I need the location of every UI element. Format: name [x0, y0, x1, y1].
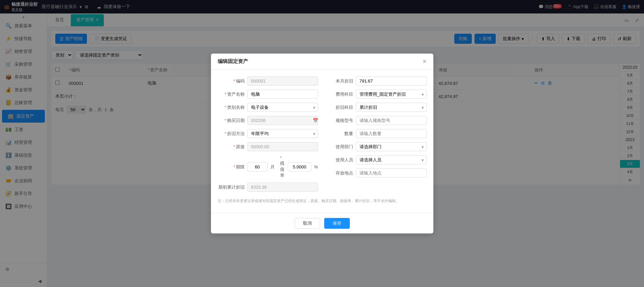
modal-title: 编辑固定资产	[218, 58, 248, 65]
initial-dep-input[interactable]	[247, 183, 318, 192]
location-input[interactable]	[356, 168, 427, 178]
form-row-original-value: *原值	[218, 142, 318, 151]
category-select-wrap: 电子设备	[247, 103, 318, 112]
form-row-purchase-date: *购买日期 📅	[218, 116, 318, 125]
modal-close-btn[interactable]: ✕	[422, 58, 427, 65]
form-grid: *编码 *资产名称 *类别名称 电子设备	[218, 76, 427, 196]
category-label: *类别名称	[218, 104, 245, 110]
name-input[interactable]	[247, 90, 318, 99]
form-row-spec-model: 规格型号	[326, 116, 427, 125]
edit-asset-modal: 编辑固定资产 ✕ *编码 *资产名称	[211, 54, 433, 233]
form-row-quantity: 数量	[326, 129, 427, 138]
form-row-expense-account: 费用科目 管理费用_固定资产折旧	[326, 90, 427, 99]
department-select[interactable]: 请选择部门	[356, 142, 427, 151]
form-row-depreciation-method: *折旧方法 年限平均	[218, 129, 318, 138]
form-note: 注：已经存在变更记录或者对应固定资产已经生成凭证，原值、购买日期、残值率、累计折…	[218, 196, 427, 206]
period-label: *期限	[218, 164, 245, 170]
dep-method-select[interactable]: 年限平均	[247, 129, 318, 138]
initial-dep-label: 期初累计折旧	[218, 184, 245, 190]
original-value-label: *原值	[218, 144, 245, 150]
form-row-period: *期限 月 *残值率 %	[218, 155, 318, 179]
form-row-category: *类别名称 电子设备	[218, 103, 318, 112]
form-row-code: *编码	[218, 76, 318, 86]
code-label: *编码	[218, 78, 245, 84]
form-row-monthly-dep: 本月折旧	[326, 76, 427, 86]
modal-header: 编辑固定资产 ✕	[211, 54, 433, 70]
quantity-label: 数量	[326, 131, 353, 137]
form-row-location: 存放地点	[326, 168, 427, 178]
dep-account-select-wrap: 累计折旧	[356, 103, 427, 112]
code-input[interactable]	[247, 76, 318, 86]
department-select-wrap: 请选择部门	[356, 142, 427, 151]
form-row-user: 使用人员 请选择人员	[326, 155, 427, 164]
modal-footer: 取消 保存	[211, 213, 433, 233]
monthly-dep-label: 本月折旧	[326, 78, 353, 84]
dep-method-label: *折旧方法	[218, 131, 245, 137]
original-value-input[interactable]	[247, 142, 318, 151]
purchase-date-label: *购买日期	[218, 118, 245, 124]
form-right-col: 本月折旧 费用科目 管理费用_固定资产折旧 折旧科	[326, 76, 427, 196]
dep-account-select[interactable]: 累计折旧	[356, 103, 427, 112]
dep-account-label: 折旧科目	[326, 104, 353, 110]
department-label: 使用部门	[326, 144, 353, 150]
monthly-dep-input[interactable]	[356, 76, 427, 86]
dep-method-select-wrap: 年限平均	[247, 129, 318, 138]
form-left-col: *编码 *资产名称 *类别名称 电子设备	[218, 76, 318, 196]
expense-account-label: 费用科目	[326, 91, 353, 97]
save-button[interactable]: 保存	[324, 218, 350, 229]
residual-rate-input[interactable]	[288, 162, 311, 171]
period-unit: 月	[270, 164, 275, 170]
purchase-date-input[interactable]	[247, 116, 318, 125]
user-select-wrap: 请选择人员	[356, 155, 427, 164]
location-label: 存放地点	[326, 170, 353, 176]
residual-rate-unit: %	[314, 164, 318, 169]
modal-body: *编码 *资产名称 *类别名称 电子设备	[211, 70, 433, 213]
form-row-department: 使用部门 请选择部门	[326, 142, 427, 151]
name-label: *资产名称	[218, 91, 245, 97]
quantity-input[interactable]	[356, 129, 427, 138]
expense-account-select[interactable]: 管理费用_固定资产折旧	[356, 90, 427, 99]
cancel-button[interactable]: 取消	[295, 218, 320, 229]
form-row-dep-account: 折旧科目 累计折旧	[326, 103, 427, 112]
user-select[interactable]: 请选择人员	[356, 155, 427, 164]
calendar-icon[interactable]: 📅	[313, 118, 318, 123]
user-label: 使用人员	[326, 157, 353, 163]
spec-model-label: 规格型号	[326, 118, 353, 124]
expense-account-select-wrap: 管理费用_固定资产折旧	[356, 90, 427, 99]
period-input[interactable]	[247, 162, 268, 171]
spec-model-input[interactable]	[356, 116, 427, 125]
residual-rate-label: *残值率	[280, 155, 285, 179]
category-select[interactable]: 电子设备	[247, 103, 318, 112]
form-row-initial-dep: 期初累计折旧	[218, 183, 318, 192]
modal-overlay: 编辑固定资产 ✕ *编码 *资产名称	[0, 0, 644, 287]
form-row-name: *资产名称	[218, 90, 318, 99]
